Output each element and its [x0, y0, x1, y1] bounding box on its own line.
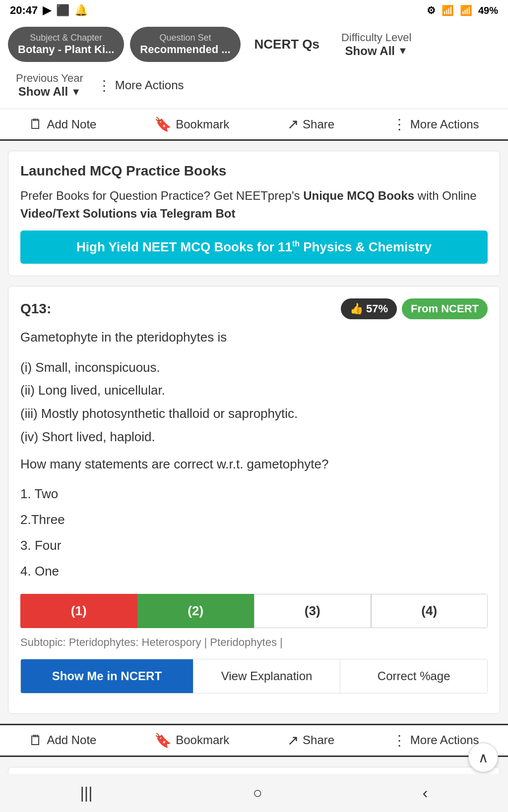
signal-icon: 📶	[460, 4, 472, 16]
top-action-bar: 🗒 Add Note 🔖 Bookmark ↗ Share ⋮ More Act…	[0, 109, 508, 141]
more-dots-icon: ⋮	[97, 77, 111, 94]
subject-chapter-pill[interactable]: Subject & Chapter Botany - Plant Ki...	[8, 27, 124, 62]
system-nav-bar: ||| ○ ‹	[0, 774, 508, 812]
subject-chapter-value: Botany - Plant Ki...	[18, 43, 114, 56]
top-nav: Subject & Chapter Botany - Plant Ki... Q…	[0, 21, 508, 109]
bottom-more-actions[interactable]: ⋮ More Actions	[392, 732, 479, 749]
prev-year-showall: Show All ▼	[18, 85, 81, 99]
difficulty-filter[interactable]: Difficulty Level Show All ▼	[333, 27, 419, 62]
status-bar: 20:47 ▶ ⬛ 🔔 ⚙ 📶 📶 49%	[0, 0, 508, 21]
add-note-icon: 🗒	[29, 116, 43, 132]
statement-2: (ii) Long lived, unicellular.	[20, 379, 488, 402]
option-4[interactable]: 4. One	[20, 558, 488, 584]
bottom-more-actions-label: More Actions	[410, 733, 479, 747]
more-dots-icon-top: ⋮	[392, 116, 406, 132]
bottom-bookmark-label: Bookmark	[176, 733, 229, 747]
prev-year-title: Previous Year	[16, 72, 83, 85]
promo-text-1: Prefer Books for Question Practice? Get …	[20, 187, 488, 223]
ncert-badge: From NCERT	[402, 298, 488, 319]
bluetooth-icon: ⚙	[427, 4, 436, 16]
wifi-icon: 📶	[442, 4, 454, 16]
bottom-share[interactable]: ↗ Share	[287, 732, 334, 749]
add-note-label: Add Note	[47, 117, 96, 131]
add-note-action[interactable]: 🗒 Add Note	[29, 116, 96, 132]
home-nav-button[interactable]: ○	[253, 784, 262, 802]
bottom-share-icon: ↗	[287, 732, 299, 749]
promo-card-title-1: Launched MCQ Practice Books	[20, 163, 488, 179]
answer-option-4[interactable]: (4)	[371, 594, 488, 628]
previous-year-filter[interactable]: Previous Year Show All ▼	[8, 68, 91, 103]
question-13-header: Q13: 👍 57% From NCERT	[20, 298, 488, 319]
status-right: ⚙ 📶 📶 49%	[427, 4, 498, 16]
scroll-to-top-button[interactable]: ∧	[468, 743, 498, 772]
statement-4: (iv) Short lived, haploid.	[20, 425, 488, 449]
options-list: 1. Two 2.Three 3. Four 4. One	[20, 481, 488, 584]
question-13-badges: 👍 57% From NCERT	[341, 298, 488, 319]
question-13-card: Q13: 👍 57% From NCERT Gametophyte in the…	[8, 286, 500, 714]
battery-display: 49%	[478, 5, 498, 16]
subtopic-text: Subtopic: Pteridophytes: Heterospory | P…	[20, 636, 488, 649]
option-1[interactable]: 1. Two	[20, 481, 488, 507]
bottom-add-note-label: Add Note	[47, 733, 96, 747]
difficulty-chevron-icon: ▼	[398, 45, 408, 57]
bookmark-icon: 🔖	[154, 116, 172, 132]
youtube-icon: ▶	[43, 4, 51, 17]
promo-card-1: Launched MCQ Practice Books Prefer Books…	[8, 151, 500, 276]
bookmark-action[interactable]: 🔖 Bookmark	[154, 116, 229, 132]
share-action[interactable]: ↗ Share	[287, 116, 334, 132]
bottom-add-note-icon: 🗒	[29, 732, 43, 749]
question-set-label: Question Set	[159, 33, 211, 43]
statement-list: (i) Small, inconspicuous. (ii) Long live…	[20, 356, 488, 449]
share-label: Share	[303, 117, 334, 131]
difficulty-showall: Show All ▼	[345, 44, 408, 58]
answer-option-2[interactable]: (2)	[137, 594, 254, 628]
statement-1: (i) Small, inconspicuous.	[20, 356, 488, 379]
thumbs-up-icon: 👍	[350, 302, 363, 315]
bottom-add-note[interactable]: 🗒 Add Note	[29, 732, 96, 749]
answer-option-1[interactable]: (1)	[20, 594, 137, 628]
like-percent-badge: 👍 57%	[341, 298, 397, 319]
chevron-up-icon: ∧	[478, 750, 489, 766]
subject-chapter-label: Subject & Chapter	[30, 33, 102, 43]
bottom-share-label: Share	[303, 733, 334, 747]
top-more-actions[interactable]: ⋮ More Actions	[97, 77, 184, 94]
question-set-pill[interactable]: Question Set Recommended ...	[130, 27, 240, 62]
prev-year-chevron-icon: ▼	[71, 86, 81, 98]
time-display: 20:47	[10, 4, 38, 17]
question-13-text: Gametophyte in the pteridophytes is	[20, 327, 488, 348]
show-me-ncert-button[interactable]: Show Me in NCERT	[21, 659, 193, 693]
status-left: 20:47 ▶ ⬛ 🔔	[10, 4, 88, 17]
question-13-num: Q13:	[20, 301, 51, 317]
answer-bar: (1) (2) (3) (4)	[20, 594, 488, 628]
option-3[interactable]: 3. Four	[20, 532, 488, 558]
share-icon: ↗	[287, 116, 299, 132]
how-many-text: How many statements are correct w.r.t. g…	[20, 457, 488, 472]
ncert-button[interactable]: NCERT Qs	[247, 31, 327, 58]
back-nav-button[interactable]: ‹	[423, 784, 428, 802]
cta-button-1[interactable]: High Yield NEET MCQ Books for 11th Physi…	[20, 231, 488, 264]
question-set-value: Recommended ...	[140, 43, 230, 56]
more-actions-label-top: More Actions	[410, 117, 479, 131]
bottom-action-bar-q13: 🗒 Add Note 🔖 Bookmark ↗ Share ⋮ More Act…	[0, 724, 508, 757]
bottom-more-dots-icon: ⋮	[392, 732, 406, 749]
view-explanation-button[interactable]: View Explanation	[193, 659, 340, 693]
question-action-row: Show Me in NCERT View Explanation Correc…	[20, 659, 488, 694]
difficulty-title: Difficulty Level	[341, 31, 411, 44]
correct-percentage-button[interactable]: Correct %age	[340, 659, 487, 693]
statement-3: (iii) Mostly photosynthetic thalloid or …	[20, 402, 488, 425]
notification-icon: 🔔	[74, 4, 88, 17]
record-icon: ⬛	[56, 4, 69, 17]
bottom-bookmark[interactable]: 🔖 Bookmark	[154, 732, 229, 749]
more-actions-top[interactable]: ⋮ More Actions	[392, 116, 479, 132]
bottom-bookmark-icon: 🔖	[154, 732, 172, 749]
bookmark-label: Bookmark	[176, 117, 229, 131]
option-2[interactable]: 2.Three	[20, 507, 488, 532]
answer-option-3[interactable]: (3)	[254, 594, 371, 628]
recents-nav-button[interactable]: |||	[80, 784, 93, 802]
